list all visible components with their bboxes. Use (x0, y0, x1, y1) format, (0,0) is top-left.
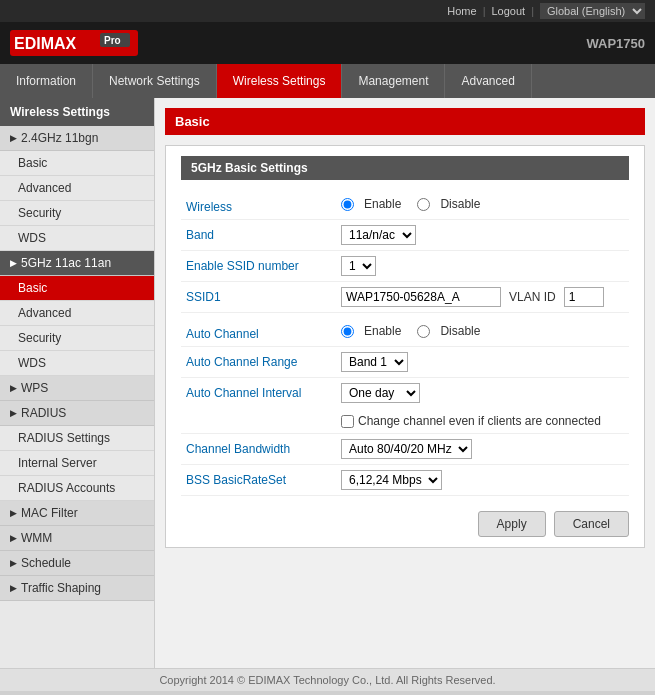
auto-channel-range-select[interactable]: Band 1 Band 2 Band 3 (341, 352, 408, 372)
sidebar-item-advanced-24[interactable]: Advanced (0, 176, 154, 201)
sidebar-group-wps[interactable]: ▶ WPS (0, 376, 154, 401)
content-title: Basic (165, 108, 645, 135)
enable-ssid-select[interactable]: 123 456 78 (341, 256, 376, 276)
bss-basicrate-select[interactable]: 6,12,24 Mbps All Default (341, 470, 442, 490)
sidebar-item-internal-server[interactable]: Internal Server (0, 451, 154, 476)
enable-ssid-control: 123 456 78 (341, 256, 629, 276)
auto-channel-range-row: Auto Channel Range Band 1 Band 2 Band 3 (181, 347, 629, 378)
device-name: WAP1750 (586, 36, 645, 51)
edimax-logo-svg: EDIMAX Pro (10, 28, 140, 58)
sidebar-wmm-label: WMM (21, 531, 52, 545)
wireless-disable-label[interactable]: Disable (440, 197, 480, 211)
auto-channel-enable-radio[interactable] (341, 325, 354, 338)
auto-channel-interval-control: One day One hour 30 min Change channel e… (341, 383, 629, 428)
sidebar-schedule-label: Schedule (21, 556, 71, 570)
wireless-enable-label[interactable]: Enable (364, 197, 401, 211)
button-row: Apply Cancel (181, 511, 629, 537)
footer: Copyright 2014 © EDIMAX Technology Co., … (0, 668, 655, 691)
sidebar-radius-label: RADIUS (21, 406, 66, 420)
arrow-icon-mac: ▶ (10, 508, 17, 518)
auto-channel-range-control: Band 1 Band 2 Band 3 (341, 352, 629, 372)
section-header: 5GHz Basic Settings (181, 156, 629, 180)
arrow-icon-schedule: ▶ (10, 558, 17, 568)
enable-ssid-label: Enable SSID number (181, 256, 341, 273)
vlan-id-label: VLAN ID (509, 290, 556, 304)
channel-bandwidth-label: Channel Bandwidth (181, 439, 341, 456)
enable-ssid-row: Enable SSID number 123 456 78 (181, 251, 629, 282)
auto-channel-control: Enable Disable (341, 324, 629, 338)
channel-bandwidth-select[interactable]: Auto 80/40/20 MHz 80 MHz 40 MHz 20 MHz (341, 439, 472, 459)
channel-bandwidth-control: Auto 80/40/20 MHz 80 MHz 40 MHz 20 MHz (341, 439, 629, 459)
auto-channel-disable-label[interactable]: Disable (440, 324, 480, 338)
sidebar-item-basic-5[interactable]: Basic (0, 276, 154, 301)
nav-information[interactable]: Information (0, 64, 93, 98)
band-label: Band (181, 225, 341, 242)
change-channel-label[interactable]: Change channel even if clients are conne… (358, 414, 601, 428)
nav-network[interactable]: Network Settings (93, 64, 217, 98)
svg-text:Pro: Pro (104, 35, 121, 46)
logout-link[interactable]: Logout (491, 5, 525, 17)
nav-management[interactable]: Management (342, 64, 445, 98)
ssid1-label: SSID1 (181, 287, 341, 304)
vlan-id-input[interactable] (564, 287, 604, 307)
auto-channel-interval-row: Auto Channel Interval One day One hour 3… (181, 378, 629, 434)
wireless-control: Enable Disable (341, 197, 629, 211)
sidebar-item-radius-settings[interactable]: RADIUS Settings (0, 426, 154, 451)
bss-basicrate-label: BSS BasicRateSet (181, 470, 341, 487)
auto-channel-interval-select[interactable]: One day One hour 30 min (341, 383, 420, 403)
sidebar-item-security-24[interactable]: Security (0, 201, 154, 226)
wireless-row: Wireless Enable Disable (181, 192, 629, 220)
change-channel-checkbox[interactable] (341, 415, 354, 428)
main-layout: Wireless Settings ▶ 2.4GHz 11bgn Basic A… (0, 98, 655, 668)
band-select[interactable]: 11a/n/ac 11a 11n 11ac (341, 225, 416, 245)
sidebar-group-wmm[interactable]: ▶ WMM (0, 526, 154, 551)
logo: EDIMAX Pro (10, 28, 140, 58)
sidebar-group-5ghz-label: 5GHz 11ac 11an (21, 256, 111, 270)
auto-channel-disable-radio[interactable] (417, 325, 430, 338)
sidebar-traffic-label: Traffic Shaping (21, 581, 101, 595)
sidebar-wps-label: WPS (21, 381, 48, 395)
arrow-icon: ▶ (10, 133, 17, 143)
wireless-disable-radio[interactable] (417, 198, 430, 211)
sidebar-group-traffic[interactable]: ▶ Traffic Shaping (0, 576, 154, 601)
wireless-label: Wireless (181, 197, 341, 214)
ssid1-input[interactable] (341, 287, 501, 307)
sidebar-item-basic-24[interactable]: Basic (0, 151, 154, 176)
sidebar-group-schedule[interactable]: ▶ Schedule (0, 551, 154, 576)
arrow-icon-wmm: ▶ (10, 533, 17, 543)
content-area: Basic 5GHz Basic Settings Wireless Enabl… (155, 98, 655, 668)
sidebar-group-mac-filter[interactable]: ▶ MAC Filter (0, 501, 154, 526)
band-control: 11a/n/ac 11a 11n 11ac (341, 225, 629, 245)
sidebar-item-wds-5[interactable]: WDS (0, 351, 154, 376)
sidebar-item-radius-accounts[interactable]: RADIUS Accounts (0, 476, 154, 501)
sidebar-mac-label: MAC Filter (21, 506, 78, 520)
language-select[interactable]: Global (English) (540, 3, 645, 19)
sidebar-group-label: 2.4GHz 11bgn (21, 131, 98, 145)
sidebar-item-wds-24[interactable]: WDS (0, 226, 154, 251)
sidebar-group-5ghz[interactable]: ▶ 5GHz 11ac 11an (0, 251, 154, 276)
svg-text:EDIMAX: EDIMAX (14, 35, 77, 52)
band-row: Band 11a/n/ac 11a 11n 11ac (181, 220, 629, 251)
apply-button[interactable]: Apply (478, 511, 546, 537)
cancel-button[interactable]: Cancel (554, 511, 629, 537)
arrow-icon-5ghz: ▶ (10, 258, 17, 268)
arrow-icon-radius: ▶ (10, 408, 17, 418)
sidebar-group-2.4ghz[interactable]: ▶ 2.4GHz 11bgn (0, 126, 154, 151)
logo-bar: EDIMAX Pro WAP1750 (0, 22, 655, 64)
nav-wireless[interactable]: Wireless Settings (217, 64, 343, 98)
sidebar-group-radius[interactable]: ▶ RADIUS (0, 401, 154, 426)
top-bar: Home | Logout | Global (English) (0, 0, 655, 22)
arrow-icon-wps: ▶ (10, 383, 17, 393)
sidebar-item-advanced-5[interactable]: Advanced (0, 301, 154, 326)
channel-bandwidth-row: Channel Bandwidth Auto 80/40/20 MHz 80 M… (181, 434, 629, 465)
home-link[interactable]: Home (447, 5, 476, 17)
arrow-icon-traffic: ▶ (10, 583, 17, 593)
wireless-enable-radio[interactable] (341, 198, 354, 211)
sidebar-item-security-5[interactable]: Security (0, 326, 154, 351)
ssid1-row: SSID1 VLAN ID (181, 282, 629, 313)
bss-basicrate-control: 6,12,24 Mbps All Default (341, 470, 629, 490)
auto-channel-enable-label[interactable]: Enable (364, 324, 401, 338)
change-channel-checkbox-row: Change channel even if clients are conne… (341, 414, 629, 428)
nav-advanced[interactable]: Advanced (445, 64, 531, 98)
sidebar: Wireless Settings ▶ 2.4GHz 11bgn Basic A… (0, 98, 155, 668)
